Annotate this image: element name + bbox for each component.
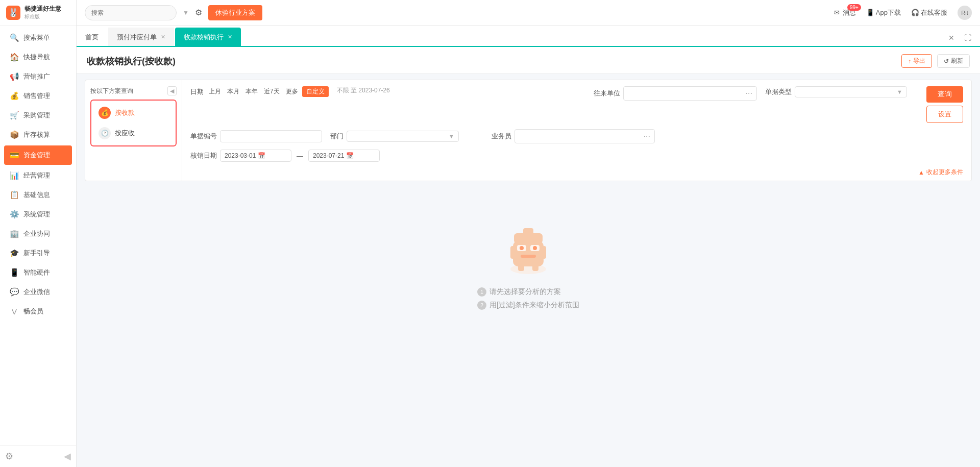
quick-nav-icon: 🏠 (9, 53, 19, 62)
online-service-link[interactable]: 🎧在线客服 (911, 8, 947, 17)
wechat-icon: 💬 (9, 287, 19, 297)
staff-input[interactable] (519, 133, 644, 140)
sidebar-label-system: 系统管理 (23, 210, 50, 219)
writeoff-end-date[interactable]: 2023-07-21 📅 (308, 150, 380, 162)
date-btn-last-month[interactable]: 上月 (207, 86, 223, 97)
date-btn-this-month[interactable]: 本月 (225, 86, 241, 97)
settings-button[interactable]: 设置 (926, 106, 963, 123)
collapse-more-button[interactable]: ▲ 收起更多条件 (918, 166, 963, 177)
sidebar-item-inventory[interactable]: 📦库存核算 (0, 125, 76, 144)
doc-no-input[interactable] (225, 133, 317, 140)
sidebar-label-wechat: 企业微信 (23, 287, 50, 297)
app-badge: 标准版 (24, 13, 61, 20)
filter-row-1: 日期 上月 本月 本年 近7天 更多 自定义 不限 至 2023-07-26 (190, 86, 963, 123)
page-content: 收款核销执行(按收款) ↑ 导出 ↺ 刷新 按以下方案查询 ◀ (77, 47, 980, 467)
counterpart-input[interactable] (628, 90, 746, 97)
sidebar-label-finance: 资金管理 (23, 151, 50, 160)
staff-input-wrap: ··· (514, 129, 655, 143)
message-badge-count: 99+ (847, 4, 861, 11)
writeoff-date-label: 核销日期 (190, 151, 217, 160)
sidebar-label-enterprise: 企业协同 (23, 229, 50, 238)
headset-icon: 🎧 (911, 9, 919, 16)
form-action-buttons: 查询 设置 (926, 86, 963, 123)
svg-point-4 (520, 246, 524, 250)
filter-scheme-title: 按以下方案查询 ◀ (90, 86, 177, 95)
collapse-sidebar-icon[interactable]: ◀ (64, 451, 71, 462)
sidebar-item-search[interactable]: 🔍搜索菜单 (0, 28, 76, 47)
sidebar-item-member[interactable]: V畅会员 (0, 302, 76, 321)
staff-ellipsis-icon[interactable]: ··· (644, 132, 650, 141)
sidebar-item-guide[interactable]: 🎓新手引导 (0, 243, 76, 263)
tab-prepay[interactable]: 预付冲应付单 ✕ (108, 28, 174, 46)
sidebar-item-sales[interactable]: 💰销售管理 (0, 86, 76, 106)
topbar: ▼ ⚙ 休验行业方案 ✉ 消息 99+ 📱App下载 🎧在线客服 Rit (77, 0, 980, 26)
tab-home[interactable]: 首页 (77, 28, 107, 46)
tab-receipt-close-icon[interactable]: ✕ (228, 34, 232, 40)
filter-panel: 按以下方案查询 ◀ 💰 按收款 🕐 按应收 (85, 80, 972, 181)
by-receivable-icon: 🕐 (99, 127, 111, 139)
refresh-button[interactable]: ↺ 刷新 (937, 54, 970, 68)
date-btn-7days[interactable]: 近7天 (262, 86, 282, 97)
collapse-more-label: 收起更多条件 (926, 168, 963, 177)
date-btn-this-year[interactable]: 本年 (243, 86, 260, 97)
sidebar-item-quick-nav[interactable]: 🏠快捷导航 (0, 47, 76, 67)
query-button[interactable]: 查询 (926, 86, 963, 103)
tab-prepay-close-icon[interactable]: ✕ (161, 34, 165, 40)
tab-expand-icon[interactable]: ⛶ (962, 32, 974, 44)
doc-no-field: 单据编号 (190, 130, 322, 142)
sidebar-item-purchase[interactable]: 🛒采购管理 (0, 106, 76, 125)
counterpart-ellipsis-icon[interactable]: ··· (746, 89, 752, 98)
sidebar-item-wechat[interactable]: 💬企业微信 (0, 282, 76, 302)
dept-select[interactable]: ▼ (347, 131, 459, 142)
sidebar-item-finance[interactable]: 💳资金管理 (4, 145, 72, 165)
settings-icon[interactable]: ⚙ (5, 451, 13, 462)
sidebar-item-business[interactable]: 📊经营管理 (0, 166, 76, 185)
message-icon-wrapper[interactable]: ✉ 消息 99+ (834, 8, 856, 17)
empty-hint-list: 1 请先选择要分析的方案 2 用[过滤]条件来缩小分析范围 (477, 287, 579, 314)
sidebar-label-guide: 新手引导 (23, 249, 50, 258)
topbar-chevron-icon[interactable]: ▼ (183, 9, 189, 16)
writeoff-start-date[interactable]: 2023-03-01 📅 (220, 150, 291, 162)
by-receipt-icon: 💰 (99, 107, 111, 119)
doc-no-label: 单据编号 (190, 132, 217, 141)
topbar-gear-icon[interactable]: ⚙ (195, 8, 202, 17)
date-btn-more[interactable]: 更多 (284, 86, 300, 97)
sidebar-item-system[interactable]: ⚙️系统管理 (0, 205, 76, 224)
industry-solution-button[interactable]: 休验行业方案 (208, 5, 262, 20)
tab-right-actions: ✕ ⛶ (945, 32, 980, 46)
system-icon: ⚙️ (9, 210, 19, 219)
sidebar-label-purchase: 采购管理 (23, 111, 50, 120)
tab-bar: 首页 预付冲应付单 ✕ 收款核销执行 ✕ ✕ ⛶ (77, 26, 980, 47)
sidebar-item-hardware[interactable]: 📱智能硬件 (0, 263, 76, 282)
filter-option-by-receivable[interactable]: 🕐 按应收 (93, 123, 174, 143)
sidebar-item-enterprise[interactable]: 🏢企业协同 (0, 224, 76, 243)
inventory-icon: 📦 (9, 130, 19, 139)
export-button[interactable]: ↑ 导出 (901, 54, 932, 68)
date-btn-custom[interactable]: 自定义 (302, 86, 329, 97)
filter-collapse-arrow[interactable]: ◀ (167, 86, 177, 95)
user-avatar[interactable]: Rit (958, 6, 972, 20)
doc-type-label: 单据类型 (765, 87, 792, 96)
doc-type-select[interactable]: ▼ (795, 86, 907, 97)
filter-row-3: 核销日期 2023-03-01 📅 — 2023-07-21 📅 (190, 150, 963, 162)
guide-icon: 🎓 (9, 249, 19, 258)
svg-rect-8 (542, 246, 546, 259)
sidebar-label-inventory: 库存核算 (23, 130, 50, 139)
tab-close-action-icon[interactable]: ✕ (945, 32, 958, 44)
app-download-link[interactable]: 📱App下载 (866, 8, 901, 17)
step-2-number: 2 (477, 301, 486, 310)
date-separator: — (295, 152, 305, 160)
date-label: 日期 (190, 87, 204, 96)
sidebar-item-basic-info[interactable]: 📋基础信息 (0, 185, 76, 205)
filter-option-by-receipt[interactable]: 💰 按收款 (93, 103, 174, 123)
finance-icon: 💳 (9, 151, 19, 160)
search-icon: 🔍 (9, 33, 19, 42)
message-icon: ✉ (834, 9, 840, 16)
tab-receipt[interactable]: 收款核销执行 ✕ (175, 28, 241, 46)
sidebar-item-marketing[interactable]: 📢营销推广 (0, 67, 76, 86)
empty-state: 1 请先选择要分析的方案 2 用[过滤]条件来缩小分析范围 (77, 187, 980, 345)
topbar-search-input[interactable] (85, 5, 177, 20)
sidebar-label-quick-nav: 快捷导航 (23, 53, 50, 62)
filter-form: 日期 上月 本月 本年 近7天 更多 自定义 不限 至 2023-07-26 (182, 80, 971, 181)
purchase-icon: 🛒 (9, 111, 19, 120)
